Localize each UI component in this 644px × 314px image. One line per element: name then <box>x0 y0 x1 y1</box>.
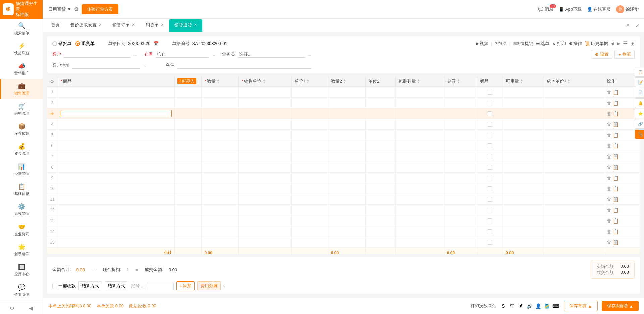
copy-icon[interactable]: 📋 <box>613 175 619 181</box>
copy-icon[interactable]: 📋 <box>613 229 619 234</box>
pq-sort-arrows[interactable]: ▲ ▼ <box>417 79 420 84</box>
gift-cell[interactable] <box>477 215 503 226</box>
sidebar-item-wechat[interactable]: 💬 企业微信 <box>0 280 43 300</box>
quantity-cell[interactable] <box>202 205 239 215</box>
unit2-cell[interactable] <box>366 98 396 108</box>
product-cell[interactable] <box>58 119 175 130</box>
side-btn-1[interactable]: 📋 <box>635 67 644 77</box>
su-sort-arrows[interactable]: ▲ ▼ <box>263 79 265 84</box>
warehouse-dots[interactable]: ... <box>212 52 215 57</box>
unit2-cell[interactable] <box>366 108 396 119</box>
amount-cell[interactable] <box>444 215 477 226</box>
scan-input-button[interactable]: 扫码录入 <box>177 78 196 84</box>
qty2-cell[interactable] <box>328 130 365 140</box>
delete-icon[interactable]: 🗑 <box>607 111 611 116</box>
product-cell[interactable] <box>58 173 175 183</box>
available-qty-cell[interactable] <box>503 87 544 98</box>
nav-prev[interactable]: ◀ <box>611 41 614 46</box>
delete-icon[interactable]: 🗑 <box>607 207 611 213</box>
customer-dots[interactable]: ... <box>133 52 137 57</box>
app-download-link[interactable]: 📱 App下载 <box>559 6 582 12</box>
remark-input[interactable] <box>177 62 312 69</box>
copy-icon[interactable]: 📋 <box>613 240 619 245</box>
fee-split-button[interactable]: 费用分摊 <box>197 281 221 290</box>
qty2-cell[interactable] <box>328 226 365 237</box>
cost-unit-price-cell[interactable] <box>544 205 604 215</box>
sidebar-item-newbie[interactable]: 🌟 新手引导 <box>0 240 43 260</box>
gift-cell[interactable] <box>477 205 503 215</box>
save-draft-button[interactable]: 保存草稿 ▲ <box>564 301 598 311</box>
qty2-cell[interactable] <box>328 237 365 248</box>
col-settings[interactable]: ⚙ <box>47 76 58 87</box>
unit-price-cell[interactable] <box>291 162 328 173</box>
gift-checkbox[interactable] <box>488 186 492 191</box>
gift-cell[interactable] <box>477 183 503 194</box>
gift-checkbox[interactable] <box>488 111 492 116</box>
settings-button[interactable]: ⚙ ⚙ 设置 设置 <box>591 50 612 59</box>
cost-unit-price-cell[interactable] <box>544 140 604 151</box>
qty2-cell[interactable] <box>328 119 365 130</box>
cost-unit-price-cell[interactable] <box>544 173 604 183</box>
sidebar-item-operations[interactable]: 📊 经营管理 <box>0 160 43 180</box>
amount-cell[interactable] <box>444 162 477 173</box>
tab-maximize-button[interactable]: ⤢ <box>633 22 641 29</box>
sales-unit-cell[interactable] <box>239 98 291 108</box>
product-cell[interactable] <box>58 130 175 140</box>
add-row-button[interactable]: + <box>50 110 54 117</box>
gift-cell[interactable] <box>477 162 503 173</box>
gift-checkbox[interactable] <box>488 240 492 245</box>
quantity-cell[interactable] <box>202 140 239 151</box>
pkg-qty-cell[interactable] <box>395 140 444 151</box>
calendar-icon[interactable]: 📅 <box>153 41 159 46</box>
sales-unit-cell[interactable] <box>239 130 291 140</box>
unit-price-cell[interactable] <box>291 205 328 215</box>
cost-unit-price-cell[interactable] <box>544 119 604 130</box>
gift-checkbox[interactable] <box>488 101 492 105</box>
unit-price-cell[interactable] <box>291 226 328 237</box>
amount-cell[interactable] <box>444 226 477 237</box>
bottom-icon-7[interactable]: ⌨ <box>552 302 559 310</box>
available-qty-cell[interactable] <box>503 205 544 215</box>
toolbar-history[interactable]: 📜 历史单据 <box>585 41 608 47</box>
copy-icon[interactable]: 📋 <box>613 111 619 116</box>
view-list-icon[interactable]: ☰ <box>623 40 628 47</box>
copy-icon[interactable]: 📋 <box>613 218 619 224</box>
col-scan[interactable]: 扫码录入 <box>175 76 202 87</box>
tab-sales-delivery-close[interactable]: ✕ <box>161 23 164 27</box>
sidebar-item-enterprise[interactable]: 🤝 企业协同 <box>0 220 43 240</box>
radio-delivery[interactable]: 销货单 <box>52 41 71 47</box>
quantity-cell[interactable] <box>202 119 239 130</box>
sales-unit-cell[interactable] <box>239 162 291 173</box>
side-btn-4[interactable]: 🔔 <box>635 98 644 108</box>
quantity-cell[interactable] <box>202 194 239 205</box>
qty2-cell[interactable] <box>328 194 365 205</box>
sidebar-item-shortcut[interactable]: ⚡ 快捷导航 <box>0 39 43 59</box>
bottom-icon-5[interactable]: 👤 <box>535 302 542 310</box>
unit-price-cell[interactable] <box>291 130 328 140</box>
sales-unit-cell[interactable] <box>239 87 291 98</box>
quantity-cell[interactable] <box>202 173 239 183</box>
gift-checkbox[interactable] <box>488 154 492 159</box>
gift-cell[interactable] <box>477 194 503 205</box>
save-new-button[interactable]: 保存&新增 ▲ <box>602 301 639 311</box>
unit-price-cell[interactable] <box>291 119 328 130</box>
qty-sort-arrows[interactable]: ▲ ▼ <box>217 79 220 84</box>
unit2-cell[interactable] <box>366 87 396 98</box>
gift-cell[interactable] <box>477 226 503 237</box>
gift-checkbox[interactable] <box>488 143 492 148</box>
copy-icon[interactable]: 📋 <box>613 122 619 127</box>
available-qty-cell[interactable] <box>503 173 544 183</box>
gift-checkbox[interactable] <box>488 133 492 137</box>
sidebar-item-search[interactable]: 🔍 搜索菜单 <box>0 19 43 39</box>
unit2-cell[interactable] <box>366 183 396 194</box>
qty2-cell[interactable] <box>328 173 365 183</box>
delete-icon[interactable]: 🗑 <box>607 186 611 191</box>
copy-icon[interactable]: 📋 <box>613 132 619 138</box>
pkg-qty-cell[interactable] <box>395 226 444 237</box>
sales-unit-cell[interactable] <box>239 237 291 248</box>
gift-checkbox[interactable] <box>488 218 492 223</box>
view-grid-icon[interactable]: ⊞ <box>630 40 635 47</box>
amount-cell[interactable] <box>444 98 477 108</box>
quantity-cell[interactable] <box>202 215 239 226</box>
pkg-qty-cell[interactable] <box>395 194 444 205</box>
